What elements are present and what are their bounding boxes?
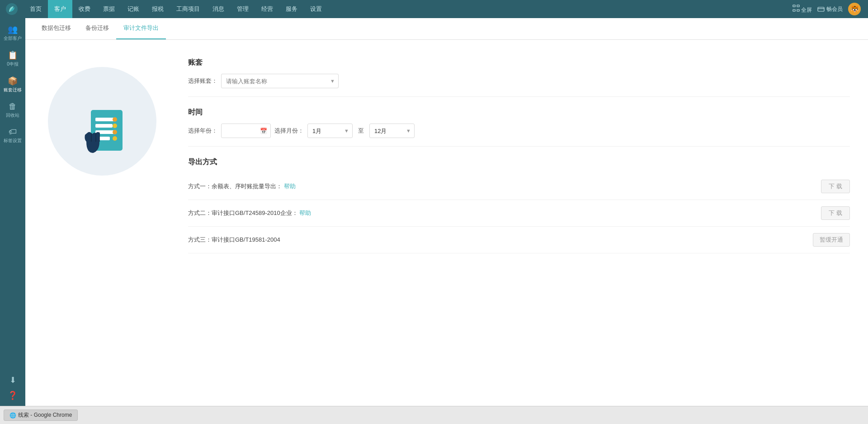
sidebar-label-all-clients: 全部客户 [4,36,22,41]
app-logo [4,1,20,17]
nav-billing[interactable]: 收费 [72,0,97,18]
illustration-wrapper [43,58,161,185]
method1-label: 方式一：余额表、序时账批量导出： [188,183,282,190]
export-method-row-2: 方式二：审计接口GB/T24589-2010企业： 帮助 下 载 [188,200,850,227]
sidebar: 👥 全部客户 📋 0申报 📦 账套迁移 🗑 回收站 🏷 标签设置 ⬇ ❓ [0,18,25,406]
help-icon[interactable]: ❓ [8,391,18,400]
nav-settings[interactable]: 设置 [304,0,328,18]
tag-settings-icon: 🏷 [9,127,17,137]
time-section-title: 时间 [188,108,850,117]
nav-services[interactable]: 服务 [279,0,304,18]
nav-operations[interactable]: 经营 [255,0,279,18]
nav-home[interactable]: 首页 [24,0,48,18]
taskbar-chrome-item[interactable]: 🌐 线索 - Google Chrome [4,410,78,421]
method1-download-button[interactable]: 下 载 [821,180,850,193]
top-nav-right: 全屏 畅会员 🐯 [793,3,868,15]
month-to-select[interactable]: 1月2月3月4月 5月6月7月8月 9月10月11月 12月 [369,124,415,138]
time-divider [188,146,850,147]
svg-point-11 [113,117,117,122]
export-method-row-3: 方式三：审计接口GB/T19581-2004 暂缓开通 [188,227,850,253]
svg-point-12 [113,124,117,128]
method3-label: 方式三：审计接口GB/T19581-2004 [188,236,280,243]
sidebar-label-account-migrate: 账套迁移 [4,87,22,93]
method1-text: 方式一：余额表、序时账批量导出： 帮助 [188,182,296,191]
sidebar-label-zero-report: 0申报 [7,62,19,67]
zero-report-icon: 📋 [8,50,18,60]
nav-tax[interactable]: 报税 [146,0,170,18]
page-content: 账套 选择账套： ▼ 时间 选择年份： 2023 [25,40,868,406]
tab-data-migrate[interactable]: 数据包迁移 [34,18,78,39]
tab-backup-migrate[interactable]: 备份迁移 [78,18,116,39]
time-form-row: 选择年份： 2023 📅 选择月份： 1月2月3月4月 5月6月7月8月 9月1… [188,124,850,138]
nav-invoices[interactable]: 票据 [97,0,121,18]
main-layout: 👥 全部客户 📋 0申报 📦 账套迁移 🗑 回收站 🏷 标签设置 ⬇ ❓ 数据包… [0,18,868,406]
chrome-icon: 🌐 [9,412,16,419]
nav-messages[interactable]: 消息 [206,0,231,18]
account-form-row: 选择账套： ▼ [188,74,850,88]
recycle-icon: 🗑 [9,102,17,111]
nav-accounting[interactable]: 记账 [121,0,146,18]
sidebar-bottom: ⬇ ❓ [8,375,18,406]
method2-label: 方式二：审计接口GB/T24589-2010企业： [188,210,298,216]
month-label: 选择月份： [274,127,304,135]
vip-label: 畅会员 [826,5,843,13]
account-dropdown-icon: ▼ [330,78,335,84]
sidebar-item-zero-report[interactable]: 📋 0申报 [0,46,25,71]
vip-button[interactable]: 畅会员 [817,5,843,13]
illustration-svg [66,85,138,157]
download-icon[interactable]: ⬇ [9,375,16,385]
svg-rect-5 [818,7,824,11]
svg-rect-4 [797,10,799,11]
month-to-select-wrapper[interactable]: 1月2月3月4月 5月6月7月8月 9月10月11月 12月 ▼ [369,124,415,138]
svg-rect-3 [793,10,795,11]
nav-business[interactable]: 工商项目 [170,0,206,18]
year-input-wrapper[interactable]: 2023 📅 [221,124,271,138]
sidebar-item-all-clients[interactable]: 👥 全部客户 [0,20,25,46]
account-label: 选择账套： [188,77,217,85]
fullscreen-label: 全屏 [801,7,812,13]
account-migrate-icon: 📦 [8,76,18,86]
illustration-circle [48,67,156,176]
method3-text: 方式三：审计接口GB/T19581-2004 [188,236,280,244]
content-area: 数据包迁移 备份迁移 审计文件导出 [25,18,868,406]
method2-download-button[interactable]: 下 载 [821,206,850,220]
sidebar-item-tag-settings[interactable]: 🏷 标签设置 [0,123,25,148]
account-section-title: 账套 [188,58,850,67]
to-label: 至 [358,127,364,135]
export-section-title: 导出方式 [188,157,850,167]
taskbar-item-label: 线索 - Google Chrome [18,411,72,419]
export-method-row-1: 方式一：余额表、序时账批量导出： 帮助 下 载 [188,173,850,200]
month-from-select-wrapper[interactable]: 1月2月3月4月 5月6月7月8月 9月10月11月12月 ▼ [307,124,353,138]
calendar-icon: 📅 [260,128,267,134]
nav-manage[interactable]: 管理 [231,0,255,18]
avatar[interactable]: 🐯 [848,3,861,15]
sidebar-item-account-migrate[interactable]: 📦 账套迁移 [0,71,25,97]
tab-audit-export[interactable]: 审计文件导出 [116,18,166,39]
method2-help-link[interactable]: 帮助 [299,210,311,216]
sidebar-item-recycle[interactable]: 🗑 回收站 [0,97,25,123]
all-clients-icon: 👥 [8,24,18,34]
tabs-bar: 数据包迁移 备份迁移 审计文件导出 [25,18,868,40]
nav-items: 首页 客户 收费 票据 记账 报税 工商项目 消息 管理 经营 服务 设置 [24,0,793,18]
account-input[interactable] [221,74,339,88]
sidebar-label-tag-settings: 标签设置 [4,138,22,143]
month-from-select[interactable]: 1月2月3月4月 5月6月7月8月 9月10月11月12月 [307,124,353,138]
top-nav: 首页 客户 收费 票据 记账 报税 工商项目 消息 管理 经营 服务 设置 全屏… [0,0,868,18]
taskbar: 🌐 线索 - Google Chrome [0,406,868,424]
method2-text: 方式二：审计接口GB/T24589-2010企业： 帮助 [188,209,311,217]
svg-point-14 [113,136,117,141]
nav-clients[interactable]: 客户 [48,0,72,18]
year-label: 选择年份： [188,127,217,135]
export-layout: 账套 选择账套： ▼ 时间 选择年份： 2023 [43,58,850,253]
form-section: 账套 选择账套： ▼ 时间 选择年份： 2023 [188,58,850,253]
method3-open-button[interactable]: 暂缓开通 [813,233,850,247]
account-divider [188,96,850,97]
method1-help-link[interactable]: 帮助 [284,183,296,190]
svg-rect-1 [793,5,795,7]
svg-point-13 [113,130,117,134]
fullscreen-button[interactable]: 全屏 [793,5,812,14]
svg-rect-2 [797,5,799,7]
account-input-wrapper[interactable]: ▼ [221,74,339,88]
sidebar-label-recycle: 回收站 [6,113,19,118]
svg-rect-8 [95,124,113,128]
